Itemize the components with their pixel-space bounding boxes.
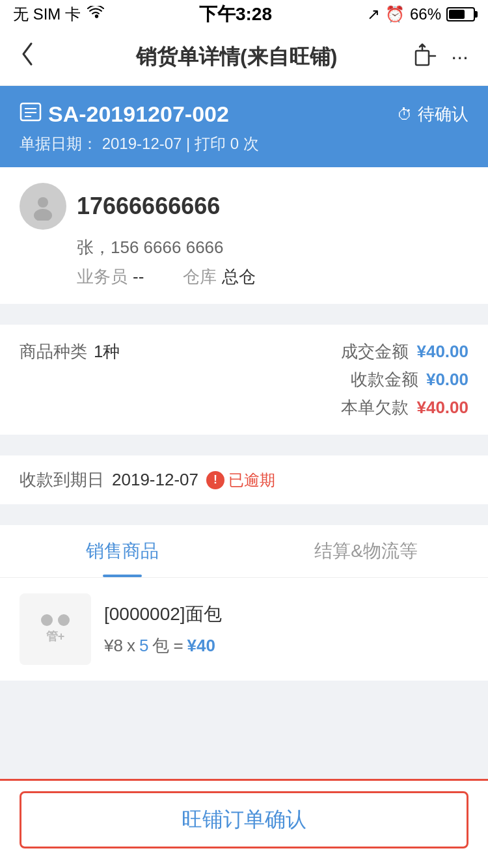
amount-info: 成交金额 ¥40.00 收款金额 ¥0.00 本单欠款 ¥40.00 <box>341 340 468 419</box>
tab-settlement-logistics[interactable]: 结算&物流等 <box>244 525 488 577</box>
svg-point-6 <box>34 209 52 221</box>
nav-actions: ··· <box>414 43 468 72</box>
owl-text: 管+ <box>46 629 65 644</box>
amount-row: 成交金额 ¥40.00 <box>341 340 468 363</box>
product-name: [0000002]面包 <box>104 602 468 627</box>
svg-point-5 <box>38 197 48 208</box>
order-header: SA-20191207-002 ⏱ 待确认 单据日期： 2019-12-07 |… <box>0 86 488 167</box>
owl-eyes <box>41 614 70 626</box>
warehouse-info: 仓库 总仓 <box>183 265 256 288</box>
status-left: 无 SIM 卡 <box>13 4 104 25</box>
battery-icon <box>446 7 475 21</box>
salesperson-info: 业务员 -- <box>77 265 144 288</box>
product-price-row: ¥8 x 5 包 = ¥40 <box>104 634 468 657</box>
customer-name: 张，156 6666 6666 <box>77 236 468 259</box>
customer-info-row: 业务员 -- 仓库 总仓 <box>77 265 468 288</box>
product-type-info: 商品种类 1种 <box>20 340 120 363</box>
svg-rect-0 <box>416 51 429 65</box>
avatar <box>20 183 66 230</box>
order-meta: 单据日期： 2019-12-07 | 打印 0 次 <box>20 133 468 154</box>
summary-row: 商品种类 1种 成交金额 ¥40.00 收款金额 ¥0.00 本单欠款 ¥40.… <box>20 340 468 419</box>
debt-row: 本单欠款 ¥40.00 <box>341 396 468 419</box>
carrier-text: 无 SIM 卡 <box>13 4 81 25</box>
wifi-icon <box>87 6 104 23</box>
order-id: SA-20191207-002 <box>20 102 229 127</box>
divider-2 <box>0 445 488 455</box>
divider-3 <box>0 515 488 525</box>
due-date-card: 收款到期日 2019-12-07 ! 已逾期 <box>0 455 488 504</box>
overdue-badge: ! 已逾期 <box>206 470 275 491</box>
alarm-icon: ⏰ <box>385 5 405 23</box>
product-list: 管+ [0000002]面包 ¥8 x 5 包 = ¥40 <box>0 578 488 681</box>
back-button[interactable] <box>20 41 59 73</box>
more-icon[interactable]: ··· <box>451 45 468 69</box>
status-time: 下午3:28 <box>199 2 272 27</box>
order-id-row: SA-20191207-002 ⏱ 待确认 <box>20 102 468 127</box>
order-status: ⏱ 待确认 <box>397 103 468 126</box>
status-bar: 无 SIM 卡 下午3:28 ↗ ⏰ 66% <box>0 0 488 29</box>
location-icon: ↗ <box>367 5 380 23</box>
summary-card: 商品种类 1种 成交金额 ¥40.00 收款金额 ¥0.00 本单欠款 ¥40.… <box>0 325 488 435</box>
tab-sales-products[interactable]: 销售商品 <box>0 525 244 577</box>
share-icon[interactable] <box>414 43 438 72</box>
product-thumbnail: 管+ <box>20 593 91 665</box>
status-right: ↗ ⏰ 66% <box>367 5 475 23</box>
tabs-bar: 销售商品 结算&物流等 <box>0 525 488 578</box>
order-icon <box>20 102 42 127</box>
payment-row: 收款金额 ¥0.00 <box>351 368 468 391</box>
battery-percentage: 66% <box>410 5 441 23</box>
page-title: 销货单详情(来自旺铺) <box>136 43 337 72</box>
nav-bar: 销货单详情(来自旺铺) ··· <box>0 29 488 86</box>
product-info: [0000002]面包 ¥8 x 5 包 = ¥40 <box>104 602 468 657</box>
customer-card: 17666666666 张，156 6666 6666 业务员 -- 仓库 总仓 <box>0 167 488 304</box>
table-row: 管+ [0000002]面包 ¥8 x 5 包 = ¥40 <box>0 578 488 681</box>
overdue-icon: ! <box>206 471 224 489</box>
confirm-order-button[interactable]: 旺铺订单确认 <box>20 791 468 848</box>
customer-row: 17666666666 <box>20 183 468 230</box>
status-clock-icon: ⏱ <box>397 105 413 124</box>
confirm-button-wrap: 旺铺订单确认 <box>0 779 488 868</box>
customer-phone: 17666666666 <box>77 193 220 220</box>
divider-1 <box>0 314 488 325</box>
